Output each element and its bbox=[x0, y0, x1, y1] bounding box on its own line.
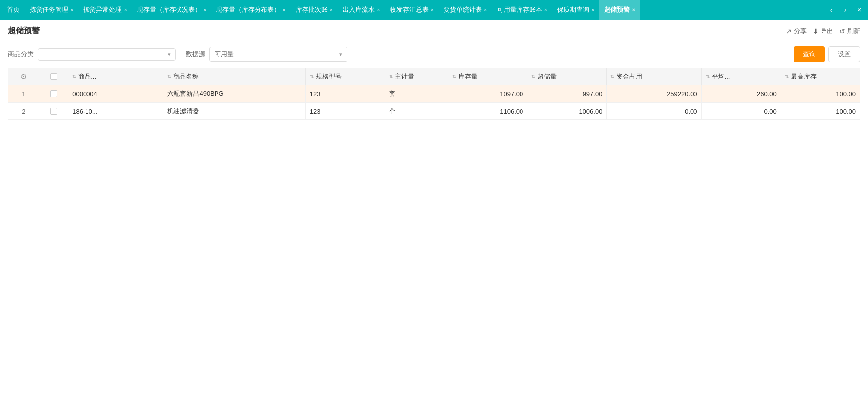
export-button[interactable]: ⬇ 导出 bbox=[813, 27, 833, 36]
data-table: ⚙ ⇅ 商品... ⇅ 商品名称 bbox=[8, 68, 860, 120]
nav-close-6[interactable]: × bbox=[377, 7, 380, 13]
filter-row: 商品分类 ▾ 数据源 可用量 ▾ 查询 设置 bbox=[0, 40, 868, 68]
nav-item-5[interactable]: 库存批次账 × bbox=[291, 0, 338, 20]
th-stock[interactable]: ⇅ 库存量 bbox=[448, 68, 527, 85]
table-container: ⚙ ⇅ 商品... ⇅ 商品名称 bbox=[0, 68, 868, 120]
sort-capital-icon: ⇅ bbox=[610, 74, 614, 79]
cell-checkbox-1 bbox=[40, 103, 68, 120]
share-button[interactable]: ↗ 分享 bbox=[786, 27, 807, 36]
header-actions: ↗ 分享 ⬇ 导出 ↺ 刷新 bbox=[786, 27, 860, 36]
share-icon: ↗ bbox=[786, 27, 792, 35]
gear-icon[interactable]: ⚙ bbox=[20, 72, 27, 80]
cell-checkbox-0 bbox=[40, 85, 68, 103]
cell-name-0: 六配套新昌490BPG bbox=[163, 85, 305, 103]
cell-over-0: 997.00 bbox=[527, 85, 607, 103]
sort-maxstock-icon: ⇅ bbox=[785, 74, 789, 79]
nav-item-8[interactable]: 要货单统计表 × bbox=[438, 0, 492, 20]
nav-close-8[interactable]: × bbox=[484, 7, 487, 13]
category-filter-group: 商品分类 ▾ bbox=[8, 48, 176, 61]
category-chevron-down-icon: ▾ bbox=[168, 51, 171, 58]
cell-avg-0: 260.00 bbox=[701, 85, 781, 103]
nav-close-3[interactable]: × bbox=[203, 7, 206, 13]
table-row: 10000004六配套新昌490BPG123套1097.00997.002592… bbox=[8, 85, 860, 103]
nav-item-11[interactable]: 超储预警 × bbox=[599, 0, 640, 20]
th-maxstock[interactable]: ⇅ 最高库存 bbox=[781, 68, 860, 85]
cell-over-1: 1006.00 bbox=[527, 103, 607, 120]
cell-stock-0: 1097.00 bbox=[448, 85, 527, 103]
th-name[interactable]: ⇅ 商品名称 bbox=[163, 68, 305, 85]
cell-capital-0: 259220.00 bbox=[607, 85, 701, 103]
query-button[interactable]: 查询 bbox=[794, 46, 825, 62]
nav-item-0[interactable]: 首页 bbox=[2, 0, 25, 20]
th-checkbox bbox=[40, 68, 68, 85]
sort-unit-icon: ⇅ bbox=[389, 74, 393, 79]
sort-stock-icon: ⇅ bbox=[452, 74, 456, 79]
datasource-chevron-down-icon: ▾ bbox=[339, 51, 342, 58]
table-body: 10000004六配套新昌490BPG123套1097.00997.002592… bbox=[8, 85, 860, 120]
export-icon: ⬇ bbox=[813, 27, 819, 35]
settings-button[interactable]: 设置 bbox=[828, 46, 860, 62]
cell-maxstock-0: 100.00 bbox=[781, 85, 860, 103]
cell-spec-1: 123 bbox=[305, 103, 385, 120]
select-all-checkbox[interactable] bbox=[50, 73, 57, 80]
th-settings: ⚙ bbox=[8, 68, 40, 85]
page-header: 超储预警 ↗ 分享 ⬇ 导出 ↺ 刷新 bbox=[0, 20, 868, 40]
nav-close-9[interactable]: × bbox=[544, 7, 547, 13]
datasource-select-value: 可用量 bbox=[215, 50, 234, 59]
cell-avg-1: 0.00 bbox=[701, 103, 781, 120]
cell-code-1: 186-10... bbox=[68, 103, 163, 120]
cell-stock-1: 1106.00 bbox=[448, 103, 527, 120]
nav-arrow-more[interactable]: × bbox=[852, 0, 866, 20]
th-spec[interactable]: ⇅ 规格型号 bbox=[305, 68, 385, 85]
nav-close-7[interactable]: × bbox=[431, 7, 434, 13]
nav-item-3[interactable]: 现存量（库存状况表） × bbox=[132, 0, 211, 20]
table-row: 2186-10...机油滤清器123个1106.001006.000.000.0… bbox=[8, 103, 860, 120]
cell-code-0: 0000004 bbox=[68, 85, 163, 103]
nav-close-2[interactable]: × bbox=[124, 7, 127, 13]
page-title: 超储预警 bbox=[8, 26, 40, 36]
th-unit[interactable]: ⇅ 主计量 bbox=[385, 68, 448, 85]
sort-name-icon: ⇅ bbox=[167, 74, 171, 79]
nav-close-1[interactable]: × bbox=[70, 7, 73, 13]
th-avg[interactable]: ⇅ 平均... bbox=[701, 68, 781, 85]
sort-avg-icon: ⇅ bbox=[706, 74, 710, 79]
cell-unit-0: 套 bbox=[385, 85, 448, 103]
th-capital[interactable]: ⇅ 资金占用 bbox=[607, 68, 701, 85]
datasource-select[interactable]: 可用量 ▾ bbox=[209, 47, 347, 62]
filter-buttons: 查询 设置 bbox=[794, 46, 860, 62]
datasource-label: 数据源 bbox=[186, 50, 205, 59]
nav-item-7[interactable]: 收发存汇总表 × bbox=[385, 0, 438, 20]
cell-maxstock-1: 100.00 bbox=[781, 103, 860, 120]
nav-item-9[interactable]: 可用量库存账本 × bbox=[492, 0, 552, 20]
table-header-row: ⚙ ⇅ 商品... ⇅ 商品名称 bbox=[8, 68, 860, 85]
category-select[interactable]: ▾ bbox=[38, 48, 176, 61]
nav-close-11[interactable]: × bbox=[632, 7, 635, 13]
th-over[interactable]: ⇅ 超储量 bbox=[527, 68, 607, 85]
cell-unit-1: 个 bbox=[385, 103, 448, 120]
cell-index-1: 2 bbox=[8, 103, 40, 120]
cell-name-1: 机油滤清器 bbox=[163, 103, 305, 120]
nav-item-10[interactable]: 保质期查询 × bbox=[552, 0, 599, 20]
nav-close-5[interactable]: × bbox=[330, 7, 333, 13]
cell-capital-1: 0.00 bbox=[607, 103, 701, 120]
sort-code-icon: ⇅ bbox=[72, 74, 76, 79]
th-code[interactable]: ⇅ 商品... bbox=[68, 68, 163, 85]
cell-index-0: 1 bbox=[8, 85, 40, 103]
top-nav: 首页拣货任务管理 ×拣货异常处理 ×现存量（库存状况表） ×现存量（库存分布表）… bbox=[0, 0, 868, 20]
nav-item-6[interactable]: 出入库流水 × bbox=[338, 0, 385, 20]
sort-spec-icon: ⇅ bbox=[310, 74, 314, 79]
row-checkbox-1[interactable] bbox=[50, 108, 57, 115]
category-label: 商品分类 bbox=[8, 50, 34, 59]
nav-close-10[interactable]: × bbox=[591, 7, 594, 13]
refresh-button[interactable]: ↺ 刷新 bbox=[839, 27, 860, 36]
nav-close-4[interactable]: × bbox=[282, 7, 285, 13]
row-checkbox-0[interactable] bbox=[50, 90, 57, 97]
sort-over-icon: ⇅ bbox=[531, 74, 535, 79]
refresh-icon: ↺ bbox=[839, 27, 845, 35]
nav-arrow-left[interactable]: ‹ bbox=[825, 0, 838, 20]
nav-arrow-right[interactable]: › bbox=[838, 0, 852, 20]
nav-item-1[interactable]: 拣货任务管理 × bbox=[25, 0, 78, 20]
cell-spec-0: 123 bbox=[305, 85, 385, 103]
nav-item-4[interactable]: 现存量（库存分布表） × bbox=[211, 0, 290, 20]
nav-item-2[interactable]: 拣货异常处理 × bbox=[78, 0, 131, 20]
